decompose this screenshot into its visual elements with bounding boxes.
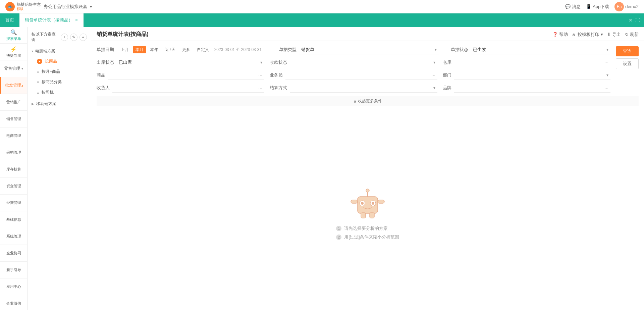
logo-area: 🐟 畅捷信好生意 标版 [5, 2, 41, 11]
settings-btn[interactable]: 设置 [616, 58, 639, 69]
brand-dots-icon[interactable]: ··· [604, 85, 608, 91]
filter-btns: 查询 设置 [616, 46, 639, 69]
sidebar-item-quicknav[interactable]: ⚡ 快捷导航 [0, 44, 27, 60]
sidebar-item-corp[interactable]: 企业协同 [0, 245, 27, 262]
brand-select[interactable]: ··· [454, 83, 610, 93]
scheme-item-by-category[interactable]: ≡ 按商品分类 [28, 77, 91, 87]
refresh-btn[interactable]: ↻ 刷新 [625, 32, 639, 38]
sidebar-item-sales[interactable]: 销售管理 [0, 111, 27, 127]
scheme-actions: + ✎ « [61, 34, 87, 41]
account-dropdown[interactable]: 办公用品行业模拟账套 ▾ [44, 4, 92, 10]
scheme-panel: 按以下方案查询 + ✎ « ▾ 电脑端方案 [28, 27, 91, 310]
sidebar-item-guide[interactable]: 新手引导 [0, 262, 27, 278]
help-btn[interactable]: ❓ 帮助 [552, 32, 568, 38]
sidebar-item-basic[interactable]: 基础信息 [0, 211, 27, 228]
sidebar-item-wholesale[interactable]: 批发管理 ▴ [0, 77, 27, 94]
filter-row-1: 单据日期 上月 本月 本年 近7天 更多 自定义 2023-03-01 至 20… [97, 45, 639, 96]
brand-filter: 品牌 ··· [443, 83, 610, 93]
scheme-add-btn[interactable]: + [61, 34, 68, 41]
settle-select[interactable]: ▾ [290, 83, 437, 93]
sidebar-retail-label: 零售管理 [4, 66, 20, 71]
sidebar-item-purchase[interactable]: 采购管理 [0, 144, 27, 161]
scheme-group-pc-title[interactable]: ▾ 电脑端方案 [28, 46, 91, 56]
warehouse-select[interactable]: ··· [454, 58, 610, 67]
tabbar: 首页 销货单统计表（按商品） ✕ ✕ ⛶ [0, 13, 644, 27]
scheme-item-by-product[interactable]: ● 按商品 [28, 56, 91, 66]
month-product-icon: ≡ [37, 70, 39, 74]
sidebar-item-inventory[interactable]: 库存核算 [0, 161, 27, 178]
scheme-group-mobile-title[interactable]: ▶ 移动端方案 [28, 99, 91, 109]
empty-tip-2: 2 用[过滤]条件来缩小分析范围 [336, 234, 399, 240]
bill-status-select[interactable]: 已生效 ▾ [471, 45, 610, 54]
scheme-item-by-cashier[interactable]: ≡ 按司机 [28, 87, 91, 98]
sidebar-item-appstore[interactable]: 应用中心 [0, 278, 27, 295]
message-btn[interactable]: 💬 消息 [565, 4, 581, 10]
date-tab-7days[interactable]: 近7天 [162, 46, 178, 53]
topbar-left: 🐟 畅捷信好生意 标版 办公用品行业模拟账套 ▾ [5, 2, 92, 11]
export-btn[interactable]: ⬇ 导出 [607, 32, 621, 38]
collapse-up-icon: ∧ [354, 99, 357, 104]
sidebar-wholesale-label: 批发管理 [5, 83, 21, 88]
dept-arrow-icon: ▾ [606, 73, 608, 78]
warehouse-dots-icon[interactable]: ··· [604, 60, 608, 65]
collapse-bar[interactable]: ∧ 收起更多条件 [97, 96, 639, 106]
sidebar-guide-label: 新手引导 [6, 267, 21, 272]
out-status-select[interactable]: 已出库 ▾ [117, 58, 264, 67]
account-name: 办公用品行业模拟账套 [44, 4, 87, 10]
tab-home[interactable]: 首页 [0, 13, 19, 27]
salesman-dots-icon[interactable]: ··· [431, 72, 435, 78]
sidebar-item-marketing[interactable]: 营销推广 [0, 94, 27, 111]
sidebar-inventory-label: 库存核算 [6, 167, 21, 172]
settle-arrow-icon: ▾ [433, 86, 435, 90]
help-icon: ❓ [552, 32, 558, 37]
tab-close-icon[interactable]: ✕ [75, 18, 78, 22]
scheme-edit-btn[interactable]: ✎ [70, 34, 77, 41]
receive-status-select[interactable]: ▾ [290, 58, 437, 67]
product-select[interactable]: ··· [108, 70, 264, 80]
sidebar-item-wechat[interactable]: 企业微信 [0, 295, 27, 310]
sidebar-basic-label: 基础信息 [6, 217, 21, 222]
date-tab-last-month[interactable]: 上月 [118, 46, 131, 53]
receiver-dots-icon[interactable]: ··· [258, 85, 262, 91]
search-icon: 🔍 [10, 29, 17, 36]
out-status-arrow-icon: ▾ [260, 60, 262, 65]
sidebar-item-finance[interactable]: 资金管理 [0, 178, 27, 195]
query-btn[interactable]: 查询 [616, 46, 639, 56]
receiver-select[interactable]: ··· [112, 83, 264, 93]
sidebar-item-system[interactable]: 系统管理 [0, 228, 27, 245]
receive-status-filter: 收款状态 ▾ [270, 58, 437, 67]
app-download-btn[interactable]: 📱 App下载 [586, 4, 609, 10]
sidebar-wechat-label: 企业微信 [6, 301, 21, 306]
empty-tip-1: 1 请先选择要分析的方案 [336, 225, 399, 231]
message-icon: 💬 [565, 4, 571, 9]
date-tab-custom[interactable]: 自定义 [194, 46, 212, 53]
bill-type-select[interactable]: 销货单 ▾ [299, 45, 439, 54]
window-maximize-btn[interactable]: ⛶ [635, 17, 640, 23]
user-info[interactable]: Ea demo2 [614, 2, 639, 11]
date-range-text: 2023-03-01 至 2023-03-31 [214, 47, 262, 53]
date-tab-this-year[interactable]: 本年 [148, 46, 161, 53]
sidebar-item-operation[interactable]: 经营管理 [0, 195, 27, 211]
window-close-btn[interactable]: ✕ [629, 17, 633, 23]
dropdown-arrow: ▾ [90, 4, 92, 9]
scheme-collapse-btn[interactable]: « [79, 34, 87, 41]
salesman-select[interactable]: ··· [285, 70, 437, 80]
filter-area: 单据日期 上月 本月 本年 近7天 更多 自定义 2023-03-01 至 20… [91, 41, 644, 110]
date-tab-this-month[interactable]: 本月 [133, 46, 146, 53]
empty-illustration [347, 180, 388, 220]
sidebar-item-search[interactable]: 🔍 搜索菜单 [0, 27, 27, 44]
print-btn[interactable]: 🖨 按模板打印 ▾ [572, 32, 603, 38]
sidebar-item-retail[interactable]: 零售管理 ▾ [0, 60, 27, 77]
filter-left: 单据日期 上月 本月 本年 近7天 更多 自定义 2023-03-01 至 20… [97, 45, 610, 96]
page-actions: ❓ 帮助 🖨 按模板打印 ▾ ⬇ 导出 ↻ 刷新 [552, 32, 639, 38]
scheme-item-by-month-product[interactable]: ≡ 按月+商品 [28, 66, 91, 77]
receiver-filter: 收货人 ··· [97, 83, 264, 93]
dept-select[interactable]: ▾ [454, 70, 610, 80]
sidebar-item-ecommerce[interactable]: 电商管理 [0, 127, 27, 144]
tab-report[interactable]: 销货单统计表（按商品） ✕ [19, 13, 84, 27]
product-dots-icon[interactable]: ··· [258, 72, 262, 78]
date-tab-more[interactable]: 更多 [179, 46, 193, 53]
filter-row-4: 收货人 ··· 结算方式 ▾ [97, 83, 610, 93]
bill-type-arrow-icon: ▾ [435, 47, 437, 52]
logo-text: 畅捷信好生意 标版 [17, 2, 41, 11]
